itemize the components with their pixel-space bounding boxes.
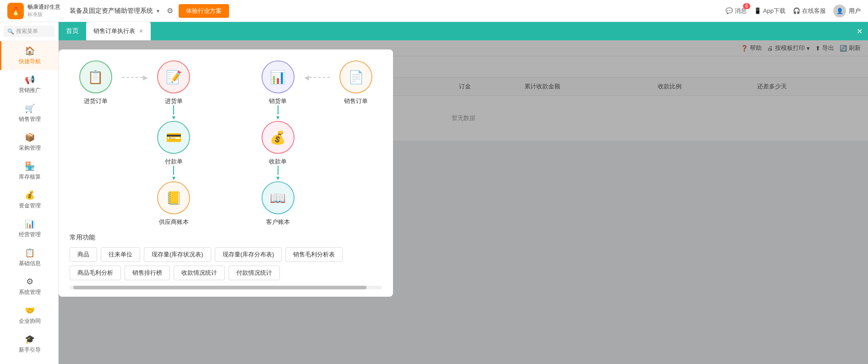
arrow-down-rec: ▼ (252, 166, 304, 181)
flow-row-3: 📒 供应商账本 📖 客户账本 (70, 181, 382, 226)
sidebar-item-system[interactable]: ⚙ 系统管理 (0, 272, 58, 301)
purchase-order-circle[interactable]: 📋 (79, 60, 112, 93)
purchase-order-icon: 📋 (87, 70, 104, 85)
func-btn-product[interactable]: 商品 (70, 247, 97, 262)
marketing-icon: 📢 (25, 75, 35, 85)
sidebar-item-sales[interactable]: 🛒 销售管理 (0, 99, 58, 128)
page-content: ❓ 帮助 🖨 按模板打印 ▾ ⬆ 导出 🔄 (59, 40, 868, 364)
basic-info-icon: 📋 (25, 248, 35, 258)
online-service-label: 在线客服 (802, 7, 826, 15)
system-title: 装备及固定资产辅助管理系统 (70, 7, 153, 15)
arrow-down-pay: ▼ (148, 166, 200, 181)
app-download-icon: 📱 (754, 7, 761, 14)
spacer-b3 (200, 166, 252, 181)
system-title-area: 装备及固定资产辅助管理系统 ▾ ⚙ (70, 6, 173, 15)
quick-nav-icon: 🏠 (25, 46, 35, 56)
modal-overlay[interactable]: 📋 进货订单 ▶ (59, 40, 868, 364)
arrow-po-ps: ▶ (122, 74, 148, 81)
supplier-ledger-label: 供应商账本 (159, 218, 189, 226)
tab-home[interactable]: 首页 (59, 22, 86, 40)
online-service-item[interactable]: 🎧 在线客服 (793, 7, 826, 15)
func-btn-sales-margin[interactable]: 销售毛利分析表 (285, 247, 343, 262)
arrow-down-4: ▼ (275, 175, 281, 181)
system-dropdown-arrow[interactable]: ▾ (157, 8, 159, 14)
top-bar-right: 💬 消息 6 📱 App下载 🎧 在线客服 👤 用户 (726, 5, 861, 17)
func-btn-receipt-stat[interactable]: 收款情况统计 (174, 266, 225, 280)
quick-nav-label: 快捷导航 (19, 58, 41, 65)
arrow-right-icon: ▶ (143, 74, 148, 81)
tab-bar: 首页 销售订单执行表 ✕ ✕ (59, 22, 868, 40)
purchase-slip-circle[interactable]: 📝 (157, 60, 190, 93)
modal-scrollbar[interactable] (70, 286, 382, 289)
operation-icon: 📊 (25, 219, 35, 229)
supplier-ledger-icon: 📒 (166, 190, 182, 206)
payment-circle[interactable]: 💳 (157, 121, 190, 154)
sidebar-item-operation[interactable]: 📊 经营管理 (0, 214, 58, 243)
message-icon: 💬 (726, 7, 733, 14)
sidebar-item-enterprise[interactable]: 🤝 企业协同 (0, 301, 58, 330)
finance-label: 资金管理 (19, 202, 41, 210)
receipt-icon: 💰 (270, 130, 286, 145)
sales-icon: 🛒 (25, 103, 35, 114)
arrow-v-ps (70, 105, 122, 121)
app-download-item[interactable]: 📱 App下载 (754, 7, 786, 15)
sidebar-item-inventory[interactable]: 🏪 库存核算 (0, 157, 58, 185)
vline4 (278, 166, 278, 175)
basic-info-label: 基础信息 (19, 260, 41, 267)
purchase-icon: 📦 (25, 132, 35, 142)
sales-slip-icon: 📊 (270, 70, 286, 85)
flow-node-receipt: 💰 收款单 (252, 121, 304, 166)
supplier-ledger-circle[interactable]: 📒 (157, 181, 190, 214)
settings-icon[interactable]: ⚙ (167, 6, 173, 15)
func-btn-sales-rank[interactable]: 销售排行榜 (125, 266, 170, 280)
sidebar-item-purchase[interactable]: 📦 采购管理 (0, 128, 58, 157)
arrow-left-icon: ◀ (304, 74, 309, 81)
flow-arrows-row-1: ▼ ▼ (70, 105, 382, 121)
sidebar-search-area[interactable]: 🔍 搜索菜单 (0, 22, 58, 41)
payment-icon: 💳 (166, 130, 182, 145)
func-btn-inventory-dist[interactable]: 现存量(库存分布表) (215, 247, 282, 262)
func-btn-partner[interactable]: 往来单位 (101, 247, 140, 262)
func-btn-inventory-status[interactable]: 现存量(库存状况表) (144, 247, 211, 262)
message-item[interactable]: 💬 消息 6 (726, 7, 747, 15)
sidebar-item-quick-nav[interactable]: 🏠 快捷导航 (0, 41, 58, 70)
spacer-b1 (70, 166, 122, 181)
sidebar-item-newbie[interactable]: 🎓 新手引导 (0, 330, 58, 359)
inventory-label: 库存核算 (19, 173, 41, 181)
logo-subtext: 标准版 (27, 11, 60, 18)
sidebar-item-basic-info[interactable]: 📋 基础信息 (0, 243, 58, 272)
marketing-label: 营销推广 (19, 87, 41, 94)
func-btn-payment-stat[interactable]: 付款情况统计 (229, 266, 280, 280)
tab-close-icon[interactable]: ✕ (139, 28, 143, 34)
newbie-icon: 🎓 (25, 334, 35, 344)
sales-order-circle[interactable]: 📄 (339, 60, 372, 93)
purchase-label: 采购管理 (19, 144, 41, 152)
flow-node-payment: 💳 付款单 (148, 121, 200, 166)
tab-sales-order-label: 销售订单执行表 (93, 27, 135, 35)
modal-scrollbar-thumb[interactable] (73, 286, 366, 289)
receipt-circle[interactable]: 💰 (262, 121, 295, 154)
spacer-a3 (304, 105, 330, 121)
headset-icon: 🎧 (793, 7, 800, 14)
spacer-a2 (200, 105, 252, 121)
arrow-down-ss: ▼ (252, 105, 304, 121)
vline1 (173, 105, 174, 114)
sidebar: 🔍 搜索菜单 🏠 快捷导航 📢 营销推广 🛒 销售管理 📦 (0, 22, 59, 364)
tab-close-right[interactable]: ✕ (857, 27, 863, 36)
tab-sales-order[interactable]: 销售订单执行表 ✕ (86, 22, 151, 40)
sidebar-search-inner[interactable]: 🔍 搜索菜单 (4, 26, 55, 37)
sales-slip-circle[interactable]: 📊 (262, 60, 295, 93)
sidebar-item-finance[interactable]: 💰 资金管理 (0, 185, 58, 214)
sales-order-icon: 📄 (348, 70, 364, 85)
func-btn-product-margin[interactable]: 商品毛利分析 (70, 266, 121, 280)
purchase-order-label: 进货订单 (84, 97, 108, 105)
customer-ledger-circle[interactable]: 📖 (262, 181, 295, 214)
purchase-slip-icon: 📝 (166, 70, 182, 85)
newbie-label: 新手引导 (19, 346, 41, 354)
experience-btn[interactable]: 体验行业方案 (179, 4, 229, 18)
spacer-a4 (330, 105, 382, 121)
user-area[interactable]: 👤 用户 (833, 5, 861, 17)
func-buttons-group: 商品 往来单位 现存量(库存状况表) 现存量(库存分布表) 销售毛利分析表 商品… (70, 247, 382, 280)
sidebar-item-marketing[interactable]: 📢 营销推广 (0, 70, 58, 99)
arrow-down-1: ▼ (171, 114, 176, 121)
